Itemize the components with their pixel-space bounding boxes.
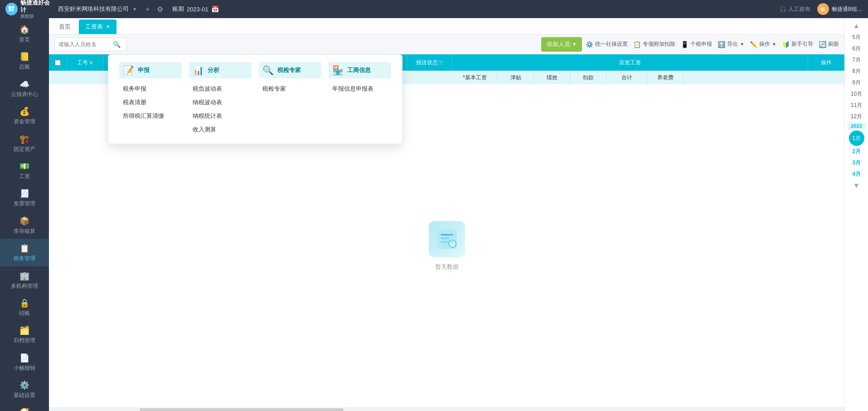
menu-section-header-declaration: 📝 申报 xyxy=(119,62,182,78)
filter-report-icon[interactable]: ▽ xyxy=(439,60,443,66)
timeline-nav-up[interactable]: ▲ xyxy=(853,20,860,32)
period-selector[interactable]: 账期 2023-01 📅 xyxy=(172,5,219,13)
service-button[interactable]: 🎧 人工咨询 xyxy=(780,5,810,13)
main-layout: 🏠 首页 📒 总账 ☁️ 云报表中心 💰 资金管理 🏗️ 固定资产 💵 工资 🧾… xyxy=(0,18,868,411)
menu-item-tax-filing[interactable]: 税务申报 xyxy=(119,82,182,96)
menu-section-header-analysis: 📊 分析 xyxy=(189,62,252,78)
toolbar-action-special-deduction[interactable]: 📋 专项附加扣除 xyxy=(633,40,675,48)
toolbar-action-social-insurance[interactable]: ⚙️ 统一社保设置 xyxy=(586,40,628,48)
sidebar-icon-archive: 🗂️ xyxy=(19,325,29,335)
timeline-month-9月[interactable]: 9月 xyxy=(848,77,866,88)
company-selector[interactable]: 西安虾米网络科技有限公司 ▼ xyxy=(58,5,137,13)
menu-item-income-tax-summary[interactable]: 所得税汇算清缴 xyxy=(119,109,182,123)
menu-section-header-business-info: 🏪 工商信息 xyxy=(329,62,391,78)
sidebar-item-invoice[interactable]: 🧾 发票管理 xyxy=(0,184,49,211)
headset-icon: 🎧 xyxy=(780,6,786,12)
sidebar-item-archive[interactable]: 🗂️ 归档管理 xyxy=(0,321,49,348)
add-btn-chevron: ▼ xyxy=(572,42,577,47)
sidebar-label-tax: 税务管理 xyxy=(14,255,35,261)
toolbar-action-tax-declaration[interactable]: 📱 个税申报 xyxy=(681,40,712,48)
timeline-month-10月[interactable]: 10月 xyxy=(848,88,866,100)
timeline-month-5月[interactable]: 5月 xyxy=(848,32,866,43)
th-checkbox[interactable] xyxy=(49,54,67,71)
empty-text: 暂无数据 xyxy=(435,263,459,271)
timeline-nav-down[interactable]: ▼ xyxy=(853,180,860,192)
settings-icon[interactable]: ⚙ xyxy=(157,5,163,14)
timeline-month-current-4月[interactable]: 4月 xyxy=(848,169,866,180)
user-area[interactable]: 畅 畅捷通B组… xyxy=(817,3,863,15)
sidebar-icon-report: 📄 xyxy=(19,353,29,363)
menu-item-tax-burden[interactable]: 税负波动表 xyxy=(189,82,252,96)
th-base-salary: *基本工资 xyxy=(452,71,498,84)
toolbar-action-guide[interactable]: 🔰 新手引导 xyxy=(782,40,813,48)
sidebar-item-salary[interactable]: 💵 工资 xyxy=(0,157,49,184)
add-company-icon[interactable]: ＋ xyxy=(144,5,151,14)
menu-section-icon-tax-expert: 🔍 xyxy=(262,65,274,76)
company-name: 西安虾米网络科技有限公司 xyxy=(58,5,129,13)
scroll-bar[interactable] xyxy=(49,407,844,411)
menu-section-icon-business-info: 🏪 xyxy=(332,65,344,76)
search-input[interactable] xyxy=(58,41,113,48)
menu-section-icon-analysis: 📊 xyxy=(193,65,204,76)
sidebar-item-report[interactable]: 📄 小畅报销 xyxy=(0,348,49,376)
sidebar: 🏠 首页 📒 总账 ☁️ 云报表中心 💰 资金管理 🏗️ 固定资产 💵 工资 🧾… xyxy=(0,18,49,411)
menu-item-income-check[interactable]: 收入测算 xyxy=(189,123,252,136)
sidebar-item-home[interactable]: 🏠 首页 xyxy=(0,20,49,47)
menu-item-tax-flow[interactable]: 纳税波动表 xyxy=(189,96,252,109)
sidebar-item-multi-org[interactable]: 🏢 多机构管理 xyxy=(0,266,49,294)
menu-section-title-tax-expert: 税检专家 xyxy=(277,66,301,74)
svg-rect-1 xyxy=(441,234,453,236)
logo-icon: 财 xyxy=(5,3,18,15)
sidebar-item-settings[interactable]: ⚙️ 基础设置 xyxy=(0,376,49,403)
toolbar-action-export[interactable]: ⬆️ 导出 ▼ xyxy=(718,40,744,48)
sidebar-label-fund: 资金管理 xyxy=(14,118,35,125)
timeline-month-8月[interactable]: 8月 xyxy=(848,66,866,77)
tab-salary-table[interactable]: 工资表 ✕ xyxy=(79,19,116,34)
sidebar-item-fund[interactable]: 💰 资金管理 xyxy=(0,102,49,129)
toolbar: 🔍 添加人员 ▼ ⚙️ 统一社保设置 📋 专项附加扣除 📱 个税申报 ⬆️ 导出… xyxy=(49,34,844,54)
menu-section-declaration: 📝 申报 税务申报税表清册所得税汇算清缴 xyxy=(116,62,185,136)
tab-close-icon[interactable]: ✕ xyxy=(106,24,110,30)
select-all-checkbox[interactable] xyxy=(55,60,61,66)
sidebar-icon-tax: 📋 xyxy=(19,243,29,253)
tab-home[interactable]: 首页 xyxy=(53,19,77,34)
timeline-month-7月[interactable]: 7月 xyxy=(848,54,866,66)
sidebar-item-guide[interactable]: 🧭 新手引导 xyxy=(0,403,49,411)
home-tab-label: 首页 xyxy=(59,23,71,31)
menu-item-annual-report[interactable]: 年报信息申报表 xyxy=(329,82,391,96)
scroll-thumb[interactable] xyxy=(140,408,344,411)
sidebar-item-inventory[interactable]: 📦 库存核算 xyxy=(0,212,49,239)
toolbar-icon-guide: 🔰 xyxy=(782,41,790,48)
sidebar-label-settings: 基础设置 xyxy=(14,392,35,398)
sidebar-item-ledger[interactable]: 📒 总账 xyxy=(0,47,49,74)
menu-item-tax-stats[interactable]: 纳税统计表 xyxy=(189,109,252,123)
timeline-month-current-3月[interactable]: 3月 xyxy=(848,157,866,169)
sidebar-item-close[interactable]: 🔒 结账 xyxy=(0,294,49,321)
timeline-month-current-1月[interactable]: 1月 xyxy=(849,131,864,146)
header-actions: ＋ ⚙ xyxy=(144,5,163,14)
timeline-month-11月[interactable]: 11月 xyxy=(848,100,866,111)
top-header: 财 畅捷通好会计 旗舰版 西安虾米网络科技有限公司 ▼ ＋ ⚙ 账期 2023-… xyxy=(0,0,868,18)
header-right: 🎧 人工咨询 畅 畅捷通B组… xyxy=(780,3,863,15)
toolbar-action-operations[interactable]: ✏️ 操作 ▼ xyxy=(750,40,776,48)
menu-item-tax-expert-item[interactable]: 税检专家 xyxy=(259,82,321,96)
timeline-month-6月[interactable]: 6月 xyxy=(848,43,866,54)
menu-section-icon-declaration: 📝 xyxy=(123,65,134,76)
th-salary-group: 应发工资 xyxy=(452,54,808,71)
timeline-month-current-2月[interactable]: 2月 xyxy=(848,146,866,157)
toolbar-action-refresh[interactable]: 🔄 刷新 xyxy=(819,40,839,48)
sidebar-icon-invoice: 🧾 xyxy=(19,189,29,198)
menu-item-tax-table[interactable]: 税表清册 xyxy=(119,96,182,109)
sort-icon[interactable]: ⇅ xyxy=(89,60,93,65)
timeline-month-12月[interactable]: 12月 xyxy=(848,111,866,122)
sidebar-item-cloud-report[interactable]: ☁️ 云报表中心 xyxy=(0,75,49,102)
sidebar-label-ledger: 总账 xyxy=(19,63,30,70)
sidebar-icon-guide: 🧭 xyxy=(19,407,29,411)
sidebar-label-multi-org: 多机构管理 xyxy=(11,283,38,289)
add-employee-button[interactable]: 添加人员 ▼ xyxy=(541,37,582,52)
sidebar-label-report: 小畅报销 xyxy=(14,365,35,371)
chevron-down-icon: ▼ xyxy=(132,7,137,12)
sidebar-item-tax[interactable]: 📋 税务管理 xyxy=(0,239,49,266)
sidebar-item-fixed-assets[interactable]: 🏗️ 固定资产 xyxy=(0,130,49,157)
toolbar-label-social-insurance: 统一社保设置 xyxy=(595,40,628,48)
